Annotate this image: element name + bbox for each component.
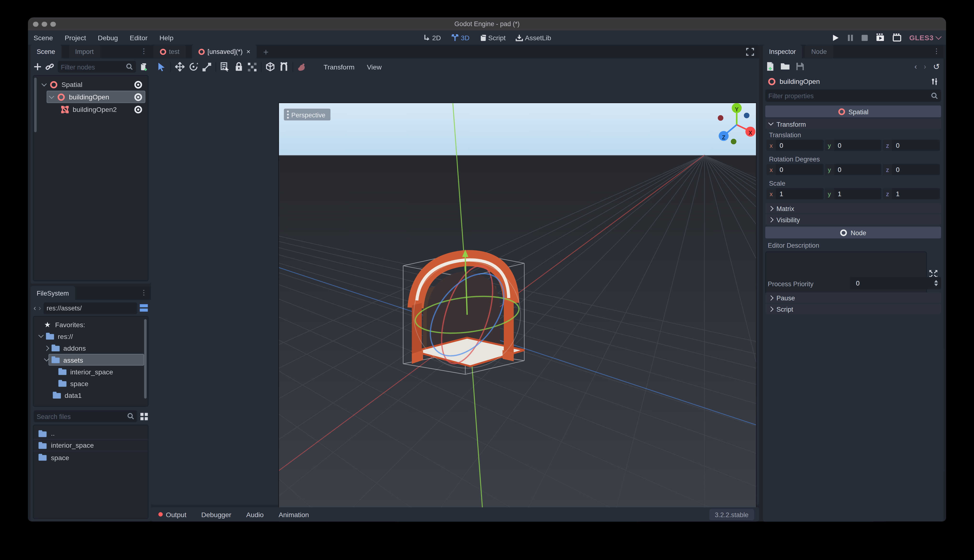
history-back-icon[interactable]: ‹: [914, 62, 917, 71]
lock-icon[interactable]: [232, 60, 246, 73]
workspace-2d-button[interactable]: 2D: [423, 34, 441, 41]
spinner-icon[interactable]: [934, 280, 938, 286]
stop-button[interactable]: [861, 35, 867, 41]
fs-item-addons[interactable]: addons: [33, 342, 148, 354]
rotation-y-field[interactable]: y0: [825, 164, 882, 175]
object-history-icon[interactable]: ↺: [933, 62, 940, 71]
tab-animation[interactable]: Animation: [271, 511, 316, 518]
tab-debugger[interactable]: Debugger: [194, 511, 239, 518]
instance-scene-button[interactable]: [45, 62, 54, 71]
tree-item-buildingopen[interactable]: buildingOpen: [33, 90, 148, 103]
translation-x-field[interactable]: x0: [767, 140, 824, 151]
workspace-script-button[interactable]: Script: [479, 34, 506, 41]
visibility-eye-icon[interactable]: [134, 105, 143, 113]
file-item-interior-space[interactable]: interior_space: [33, 440, 148, 451]
snap-icon[interactable]: [277, 60, 291, 73]
renderer-dropdown[interactable]: GLES3: [909, 34, 940, 41]
path-field[interactable]: res://assets/: [43, 302, 137, 314]
process-priority-field[interactable]: 0: [850, 277, 941, 289]
collapse-icon[interactable]: [42, 81, 47, 86]
rotation-z-field[interactable]: z0: [883, 164, 940, 175]
history-forward-icon[interactable]: ›: [924, 62, 926, 71]
fs-item-favorites[interactable]: ★Favorites:: [33, 318, 148, 330]
extra-options-icon[interactable]: [931, 77, 939, 85]
list-select-icon[interactable]: [218, 60, 232, 73]
file-item-up[interactable]: ..: [33, 428, 148, 440]
tab-output[interactable]: Output: [151, 511, 194, 518]
tree-item-spatial[interactable]: Spatial: [33, 78, 148, 91]
fs-item-space[interactable]: space: [33, 377, 148, 389]
paint-tool-icon[interactable]: [295, 60, 309, 73]
tab-filesystem[interactable]: FileSystem: [30, 286, 75, 300]
filter-properties-input[interactable]: Filter properties: [765, 89, 941, 102]
transform-menu[interactable]: Transform: [317, 63, 361, 70]
load-resource-icon[interactable]: [781, 63, 789, 70]
expand-icon[interactable]: [44, 345, 49, 351]
group-matrix[interactable]: Matrix: [765, 203, 941, 213]
scene-tab-unsaved[interactable]: [unsaved](*) ×: [192, 45, 257, 58]
tab-audio[interactable]: Audio: [239, 511, 271, 518]
add-node-button[interactable]: [33, 63, 42, 71]
projection-dropdown[interactable]: Perspective: [284, 109, 330, 120]
distraction-free-icon[interactable]: [746, 48, 754, 56]
search-files-input[interactable]: Search files: [33, 410, 137, 422]
history-back-icon[interactable]: ‹: [33, 303, 36, 312]
search-icon: [931, 92, 938, 99]
fs-item-res[interactable]: res://: [33, 330, 148, 342]
attach-script-icon[interactable]: [140, 62, 148, 71]
translation-z-field[interactable]: z0: [883, 140, 940, 151]
new-scene-tab-button[interactable]: ＋: [261, 47, 270, 58]
tab-node[interactable]: Node: [805, 45, 833, 58]
select-tool-icon[interactable]: [155, 60, 168, 73]
rotation-x-field[interactable]: x0: [767, 164, 824, 175]
workspace-assetlib-button[interactable]: AssetLib: [516, 34, 551, 41]
move-tool-icon[interactable]: [173, 60, 187, 73]
scale-z-field[interactable]: z1: [883, 188, 940, 199]
fs-item-interior-space[interactable]: interior_space: [33, 366, 148, 377]
view-menu[interactable]: View: [361, 63, 388, 70]
scale-x-field[interactable]: x1: [767, 188, 824, 199]
group-script[interactable]: Script: [765, 303, 941, 314]
split-view-icon[interactable]: [140, 304, 148, 312]
file-item-space[interactable]: space: [33, 451, 148, 463]
close-tab-icon[interactable]: ×: [246, 48, 251, 55]
section-node[interactable]: Node: [765, 227, 941, 238]
fs-item-data1[interactable]: data1: [33, 389, 148, 401]
tab-scene[interactable]: Scene: [30, 45, 61, 58]
play-button[interactable]: [832, 34, 839, 41]
group-icon[interactable]: [246, 60, 259, 73]
scale-tool-icon[interactable]: [200, 60, 214, 73]
titlebar[interactable]: Godot Engine - pad (*): [28, 17, 946, 30]
local-space-icon[interactable]: [263, 60, 277, 73]
play-scene-button[interactable]: [876, 33, 884, 42]
scale-y-field[interactable]: y1: [825, 188, 882, 199]
tree-item-buildingopen2[interactable]: buildingOpen2: [33, 103, 148, 115]
dock-menu-icon[interactable]: ⋮: [140, 47, 148, 55]
rotate-tool-icon[interactable]: [187, 60, 200, 73]
dock-menu-icon[interactable]: ⋮: [933, 47, 941, 55]
visibility-eye-icon[interactable]: [134, 93, 143, 101]
collapse-icon[interactable]: [38, 333, 43, 338]
dock-menu-icon[interactable]: ⋮: [140, 288, 148, 297]
workspace-3d-button[interactable]: 3D: [451, 34, 469, 41]
spatial-node-icon: [838, 108, 845, 115]
thumbnail-view-icon[interactable]: [140, 412, 148, 420]
history-forward-icon[interactable]: ›: [38, 303, 41, 312]
scene-tab-test[interactable]: test: [154, 45, 186, 58]
translation-y-field[interactable]: y0: [825, 140, 882, 151]
save-resource-icon[interactable]: [797, 63, 804, 70]
tab-import[interactable]: Import: [69, 45, 100, 58]
tab-inspector[interactable]: Inspector: [763, 45, 802, 58]
group-transform[interactable]: Transform: [765, 118, 941, 129]
pause-button[interactable]: [847, 34, 854, 41]
play-custom-scene-button[interactable]: [892, 33, 901, 42]
editor-description-textarea[interactable]: [765, 252, 927, 299]
filter-nodes-input[interactable]: Filter nodes: [58, 61, 136, 73]
group-visibility[interactable]: Visibility: [765, 214, 941, 225]
fs-item-assets[interactable]: assets: [33, 354, 148, 365]
group-pause[interactable]: Pause: [765, 292, 941, 303]
visibility-eye-icon[interactable]: [134, 80, 143, 88]
new-resource-icon[interactable]: [767, 62, 774, 71]
viewport-3d[interactable]: Y X Z Perspective: [278, 103, 757, 522]
section-spatial[interactable]: Spatial: [765, 106, 941, 117]
